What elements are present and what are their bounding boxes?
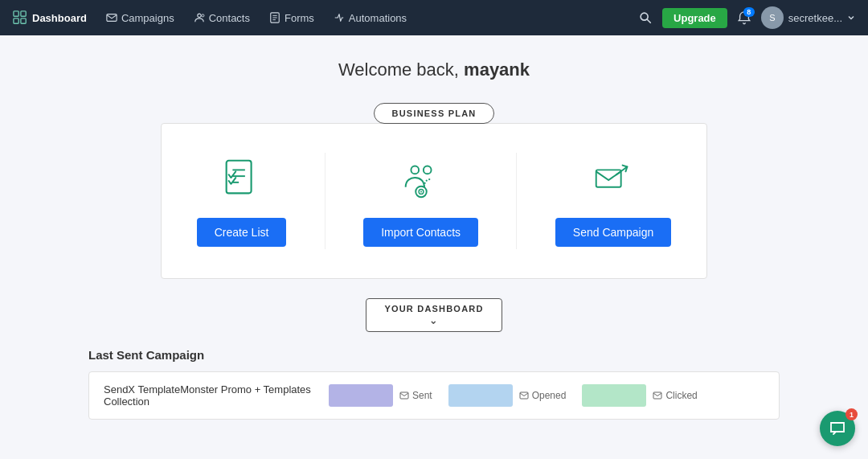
svg-point-6 xyxy=(201,14,203,17)
opened-stat: Opened xyxy=(448,384,567,407)
svg-rect-3 xyxy=(21,18,26,23)
nav-campaigns[interactable]: Campaigns xyxy=(98,0,182,35)
svg-line-12 xyxy=(647,19,650,23)
svg-rect-4 xyxy=(107,14,117,22)
chat-badge: 1 xyxy=(845,408,858,420)
avatar: S xyxy=(761,6,784,29)
dashboard-icon xyxy=(13,10,27,25)
import-contacts-item: Import Contacts xyxy=(363,155,478,247)
brand-label: Dashboard xyxy=(32,12,87,24)
chat-bubble[interactable]: 1 xyxy=(820,411,855,446)
dashboard-section: YOUR DASHBOARD ⌄ xyxy=(88,298,780,332)
forms-icon xyxy=(269,12,280,23)
create-list-item: Create List xyxy=(197,155,287,247)
dashboard-badge[interactable]: YOUR DASHBOARD ⌄ xyxy=(366,298,502,332)
sent-mail-icon xyxy=(399,391,409,400)
nav-right: Upgrade 8 S secretkee... xyxy=(638,6,855,29)
nav-automations[interactable]: Automations xyxy=(326,0,415,35)
mail-icon xyxy=(106,12,117,23)
chevron-down-icon xyxy=(847,14,855,22)
sent-bar xyxy=(329,384,393,407)
sent-stat: Sent xyxy=(329,384,432,407)
user-menu[interactable]: S secretkee... xyxy=(761,6,855,29)
action-card-wrapper: BUSINESS PLAN Create List xyxy=(88,103,780,279)
send-campaign-item: Send Campaign xyxy=(555,155,671,247)
svg-rect-22 xyxy=(596,170,621,186)
clicked-label: Clicked xyxy=(653,390,697,401)
send-campaign-button[interactable]: Send Campaign xyxy=(555,218,671,247)
contacts-icon xyxy=(194,12,205,23)
clicked-stat: Clicked xyxy=(582,384,697,407)
action-card: Create List xyxy=(161,123,707,279)
automations-icon xyxy=(334,12,345,23)
nav-forms[interactable]: Forms xyxy=(261,0,322,35)
notifications-button[interactable]: 8 xyxy=(737,10,751,25)
create-list-button[interactable]: Create List xyxy=(197,218,287,247)
send-campaign-icon xyxy=(589,155,637,203)
svg-point-18 xyxy=(424,166,432,174)
navbar: Dashboard Campaigns Contacts Forms Autom… xyxy=(0,0,868,35)
svg-point-21 xyxy=(420,191,422,193)
notification-count: 8 xyxy=(743,7,755,17)
nav-brand[interactable]: Dashboard xyxy=(13,10,87,25)
divider-2 xyxy=(516,153,517,249)
svg-rect-2 xyxy=(21,11,26,16)
sent-label: Sent xyxy=(399,390,432,401)
campaign-name: SendX TemplateMonster Promo + Templates … xyxy=(104,383,313,408)
last-sent-title: Last Sent Campaign xyxy=(88,348,780,362)
main-content: Welcome back, mayank BUSINESS PLAN xyxy=(0,35,868,420)
create-list-icon xyxy=(218,155,266,203)
chat-icon xyxy=(829,420,846,437)
import-contacts-icon xyxy=(397,155,445,203)
plan-badge: BUSINESS PLAN xyxy=(374,103,495,124)
clicked-mail-icon xyxy=(653,391,662,400)
import-contacts-button[interactable]: Import Contacts xyxy=(363,218,478,247)
svg-rect-1 xyxy=(14,18,18,23)
search-button[interactable] xyxy=(638,10,653,25)
clicked-bar xyxy=(582,384,646,407)
last-sent-section: Last Sent Campaign SendX TemplateMonster… xyxy=(88,348,780,420)
dashboard-chevron: ⌄ xyxy=(429,315,438,326)
opened-label: Opened xyxy=(519,390,567,401)
opened-bar xyxy=(448,384,513,407)
search-icon xyxy=(638,10,653,25)
nav-contacts[interactable]: Contacts xyxy=(186,0,258,35)
opened-mail-icon xyxy=(519,391,529,400)
divider-1 xyxy=(325,153,326,249)
svg-point-17 xyxy=(411,166,419,174)
svg-point-5 xyxy=(197,14,200,17)
upgrade-button[interactable]: Upgrade xyxy=(662,8,727,28)
last-sent-card: SendX TemplateMonster Promo + Templates … xyxy=(88,371,780,420)
welcome-message: Welcome back, mayank xyxy=(16,59,852,80)
svg-rect-0 xyxy=(14,11,18,16)
